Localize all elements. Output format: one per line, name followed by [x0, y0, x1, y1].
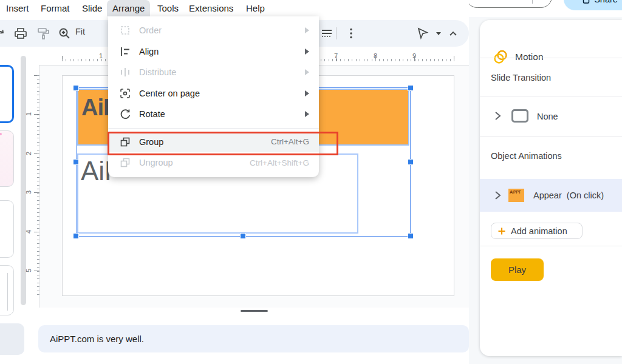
arrange-dropdown-menu: Order Align Distribute Center on page [108, 16, 319, 177]
ruler-h-number: 1 [97, 52, 105, 59]
transition-value[interactable]: None [537, 112, 558, 121]
panel-divider [480, 96, 622, 96]
selection-handle-bottom-right[interactable] [408, 233, 414, 239]
menu-item-order[interactable]: Order [108, 20, 319, 41]
more-options-icon[interactable] [344, 26, 358, 41]
animation-object-thumbnail: AiPPT [508, 189, 524, 202]
panel-title: Motion [515, 52, 544, 62]
transition-expand-chevron-icon[interactable] [493, 110, 502, 121]
menu-tools[interactable]: Tools [152, 0, 184, 16]
select-tool-caret-icon[interactable] [431, 26, 446, 41]
menu-arrange[interactable]: Arrange [107, 0, 150, 16]
ruler-v-number: 4 [25, 228, 32, 236]
menubar: Insert Format Slide Arrange Tools Extens… [0, 0, 469, 17]
ruler-v-number: 3 [25, 188, 32, 197]
menu-item-ungroup[interactable]: Ungroup Ctrl+Alt+Shift+G [108, 152, 319, 174]
slide-thumbnail-1-selected[interactable] [0, 65, 14, 123]
animation-row-appear[interactable]: AiPPT Appear (On click) [480, 179, 622, 212]
ruler-v-number: 5 [25, 266, 32, 275]
menu-slide[interactable]: Slide [77, 0, 108, 16]
slide-thumbnail-3[interactable] [0, 200, 14, 258]
share-label: Share [594, 0, 618, 4]
selection-handle-mid-right[interactable] [408, 159, 414, 165]
order-icon [119, 24, 131, 36]
align-icon [119, 46, 131, 58]
object-animations-label: Object Animations [491, 151, 562, 161]
panel-divider [480, 246, 622, 246]
menu-item-group[interactable]: Group Ctrl+Alt+G [108, 132, 319, 153]
zoom-fit-button[interactable]: Fit [75, 27, 85, 36]
menu-format[interactable]: Format [35, 0, 75, 16]
menu-help[interactable]: Help [241, 0, 270, 16]
border-style-icon[interactable] [320, 26, 334, 41]
play-button[interactable]: Play [491, 258, 544, 281]
submenu-arrow-icon [305, 49, 309, 55]
ruler-v-number: 1 [25, 110, 32, 118]
group-shortcut: Ctrl+Alt+G [271, 137, 309, 146]
selection-handle-top-right[interactable] [408, 85, 414, 91]
ungroup-shortcut: Ctrl+Alt+Shift+G [250, 158, 309, 167]
menu-item-distribute[interactable]: Distribute [108, 62, 319, 83]
speaker-notes[interactable]: AiPPT.com is very well. [38, 325, 469, 352]
slideshow-button[interactable]: Slideshow [466, 0, 552, 8]
motion-panel: Motion Slide Transition None Object Anim… [480, 20, 622, 356]
speaker-notes-text: AiPPT.com is very well. [50, 334, 144, 344]
ruler-h-number: 9 [410, 52, 419, 59]
selection-handle-bottom-left[interactable] [73, 233, 79, 239]
notes-resize-handle[interactable] [241, 310, 268, 312]
menu-item-rotate[interactable]: Rotate [108, 104, 319, 125]
submenu-arrow-icon [305, 111, 309, 117]
thumb-content-line [7, 273, 8, 311]
print-icon[interactable] [13, 26, 28, 41]
panel-divider [480, 58, 622, 58]
slideshow-label: Slideshow [480, 0, 521, 2]
menu-extensions[interactable]: Extensions [183, 0, 239, 16]
selection-handle-mid-left[interactable] [73, 159, 79, 165]
slide-thumbnail-2[interactable] [0, 130, 14, 187]
plus-icon [497, 227, 506, 235]
ruler-h-number: 7 [332, 52, 340, 59]
motion-icon [492, 49, 509, 66]
paint-format-icon[interactable] [36, 26, 51, 41]
animation-trigger: (On click) [567, 190, 604, 200]
selection-handle-bottom-mid[interactable] [240, 233, 246, 239]
animation-thumb-text: AiPPT [510, 190, 524, 194]
submenu-arrow-icon [305, 27, 309, 33]
slideshow-split-divider [532, 0, 533, 4]
vertical-ruler [32, 75, 39, 296]
menu-insert[interactable]: Insert [1, 0, 35, 16]
bottom-left-panel-corner [0, 323, 24, 355]
ruler-v-number: 2 [25, 149, 32, 158]
add-animation-label: Add animation [511, 226, 567, 236]
animation-expand-chevron-icon[interactable] [493, 190, 502, 201]
submenu-arrow-icon [305, 69, 309, 75]
menu-item-align[interactable]: Align [108, 41, 319, 62]
google-slides-window: Slideshow Share Insert Format Slide Arra… [0, 0, 622, 364]
selection-handle-top-left[interactable] [73, 85, 79, 91]
toolbar-divider [336, 27, 337, 39]
distribute-icon [119, 66, 131, 78]
animation-label: Appear (On click) [533, 190, 604, 200]
add-animation-button[interactable]: Add animation [491, 223, 583, 239]
collapse-toolbar-icon[interactable] [446, 26, 460, 41]
menu-separator [108, 128, 319, 129]
group-icon [119, 136, 131, 148]
share-button[interactable]: Share [564, 0, 622, 10]
zoom-icon[interactable] [57, 26, 72, 41]
center-on-page-icon [119, 87, 131, 99]
slide-thumbnail-4[interactable] [0, 265, 14, 315]
thumb-deco-dot [0, 133, 2, 135]
select-tool-icon[interactable] [415, 26, 430, 41]
slide-transition-label: Slide Transition [491, 73, 551, 83]
lock-icon [583, 0, 590, 4]
redo-icon[interactable] [0, 26, 9, 41]
menu-item-center-on-page[interactable]: Center on page [108, 83, 319, 104]
submenu-arrow-icon [305, 90, 309, 96]
ungroup-icon [119, 157, 131, 169]
ruler-h-number: 8 [371, 52, 380, 59]
rotate-icon [119, 108, 131, 120]
transition-none-icon [511, 109, 528, 123]
panel-divider [480, 136, 622, 136]
